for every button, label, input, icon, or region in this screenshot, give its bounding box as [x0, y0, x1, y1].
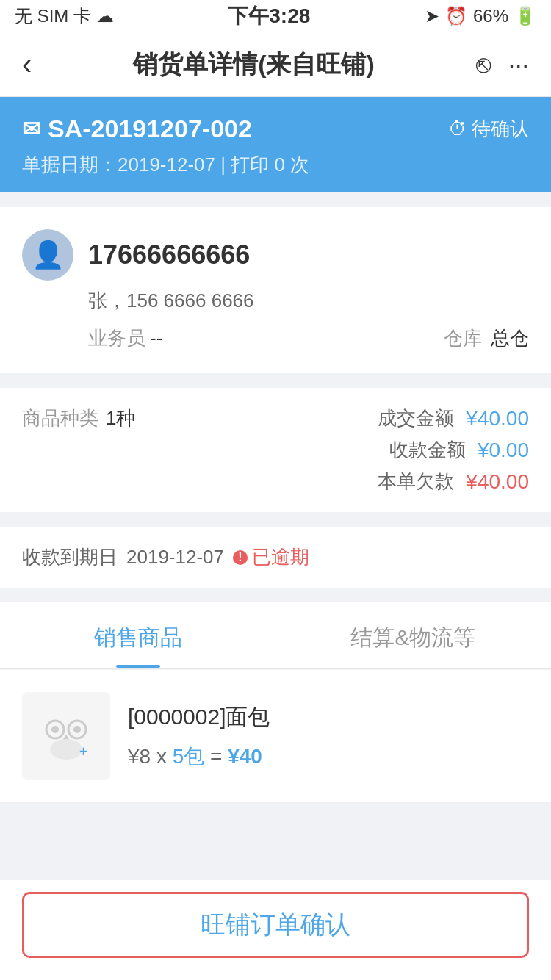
- product-logo: +: [37, 704, 96, 769]
- balance-row: 本单欠款 ¥40.00: [378, 469, 529, 494]
- receipt-amount: ¥0.00: [478, 439, 529, 462]
- svg-point-3: [73, 726, 81, 733]
- overdue-dot-icon: !: [233, 550, 248, 565]
- receipt-row: 收款金额 ¥0.00: [389, 437, 529, 463]
- location-icon: ➤: [425, 6, 439, 26]
- transaction-amount: ¥40.00: [466, 407, 529, 430]
- type-label: 商品种类: [22, 406, 98, 431]
- receipt-label: 收款金额: [389, 437, 466, 463]
- order-date: 单据日期：2019-12-07 | 打印 0 次: [22, 152, 529, 178]
- nav-actions: ⎋ ···: [476, 50, 529, 79]
- status-clock-icon: ⏱: [448, 118, 467, 140]
- overdue-text: 已逾期: [252, 544, 309, 570]
- svg-point-5: [50, 739, 82, 760]
- product-info: [0000002]面包 ¥8 x 5包 = ¥40: [128, 702, 529, 771]
- product-price: ¥8 x 5包 = ¥40: [128, 743, 529, 771]
- type-value: 1种: [106, 406, 135, 431]
- confirm-order-button[interactable]: 旺铺订单确认: [22, 892, 529, 958]
- balance-amount: ¥40.00: [466, 470, 529, 494]
- tab-settlement-label: 结算&物流等: [350, 625, 475, 649]
- svg-point-2: [51, 726, 59, 733]
- overdue-badge: ! 已逾期: [233, 544, 309, 570]
- order-header: ✉ SA-20191207-002 ⏱ 待确认 单据日期：2019-12-07 …: [0, 97, 551, 192]
- price-value: ¥8: [128, 745, 151, 768]
- customer-top: 👤 17666666666: [22, 229, 529, 281]
- status-left: 无 SIM 卡 ☁: [15, 4, 114, 28]
- product-list: + [0000002]面包 ¥8 x 5包 = ¥40: [0, 670, 551, 803]
- tab-settlement[interactable]: 结算&物流等: [276, 602, 551, 668]
- summary-left: 商品种类 1种: [22, 406, 378, 431]
- balance-label: 本单欠款: [378, 469, 454, 494]
- avatar-icon: 👤: [32, 239, 65, 270]
- order-id: ✉ SA-20191207-002: [22, 115, 252, 143]
- customer-phone: 17666666666: [88, 239, 250, 270]
- total-value: ¥40: [228, 745, 262, 768]
- status-text: 待确认: [472, 116, 529, 142]
- page-title: 销货单详情(来自旺铺): [133, 48, 375, 82]
- order-header-top: ✉ SA-20191207-002 ⏱ 待确认: [22, 115, 529, 143]
- sim-status: 无 SIM 卡 ☁: [15, 4, 114, 28]
- warehouse-value: 总仓: [491, 325, 529, 351]
- warehouse-label: 仓库: [444, 325, 482, 351]
- order-id-text: SA-20191207-002: [48, 115, 252, 143]
- summary-card: 商品种类 1种 成交金额 ¥40.00 收款金额 ¥0.00 本单欠款 ¥40.…: [0, 388, 551, 512]
- avatar: 👤: [22, 229, 73, 281]
- tab-sales-products-label: 销售商品: [94, 625, 182, 649]
- order-status: ⏱ 待确认: [448, 116, 529, 142]
- status-right: ➤ ⏰ 66% 🔋: [425, 6, 536, 26]
- sales-value: --: [150, 327, 162, 350]
- nav-bar: ‹ 销货单详情(来自旺铺) ⎋ ···: [0, 32, 551, 97]
- customer-card: 👤 17666666666 张，156 6666 6666 业务员 -- 仓库 …: [0, 207, 551, 373]
- bottom-bar: 旺铺订单确认: [0, 880, 551, 980]
- order-icon: ✉: [22, 116, 40, 142]
- tabs-container: 销售商品 结算&物流等: [0, 602, 551, 669]
- due-date-card: 收款到期日 2019-12-07 ! 已逾期: [0, 527, 551, 588]
- battery-level: 66%: [473, 6, 508, 26]
- table-row: + [0000002]面包 ¥8 x 5包 = ¥40: [0, 670, 551, 803]
- transaction-row: 成交金额 ¥40.00: [378, 406, 529, 431]
- customer-name: 张，156 6666 6666: [88, 288, 529, 314]
- due-date-label: 收款到期日: [22, 544, 118, 570]
- share-icon[interactable]: ⎋: [476, 50, 491, 79]
- summary-right: 成交金额 ¥40.00 收款金额 ¥0.00 本单欠款 ¥40.00: [378, 406, 529, 494]
- back-button[interactable]: ‹: [22, 48, 32, 81]
- quantity-value: 5包: [173, 745, 205, 768]
- sales-label: 业务员: [88, 325, 145, 351]
- product-thumbnail: +: [22, 692, 110, 780]
- due-date-value: 2019-12-07: [126, 546, 224, 569]
- customer-meta: 业务员 -- 仓库 总仓: [88, 325, 529, 351]
- alarm-icon: ⏰: [445, 6, 467, 26]
- tab-sales-products[interactable]: 销售商品: [0, 602, 276, 668]
- warehouse-section: 仓库 总仓: [444, 325, 529, 351]
- status-bar: 无 SIM 卡 ☁ 下午3:28 ➤ ⏰ 66% 🔋: [0, 0, 551, 32]
- svg-text:+: +: [79, 743, 88, 760]
- battery-icon: 🔋: [514, 6, 536, 26]
- status-time: 下午3:28: [228, 2, 310, 30]
- transaction-label: 成交金额: [378, 406, 454, 431]
- more-icon[interactable]: ···: [508, 50, 529, 79]
- product-name: [0000002]面包: [128, 702, 529, 732]
